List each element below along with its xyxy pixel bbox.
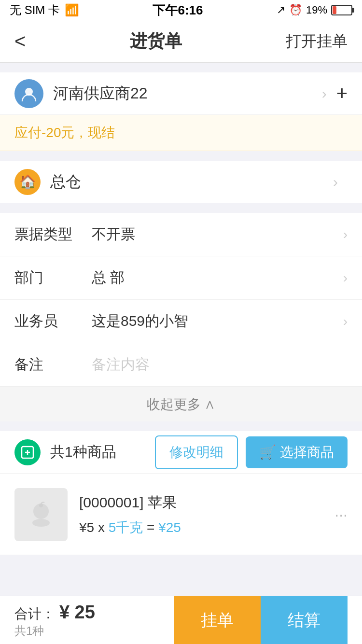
dept-row[interactable]: 部门 总 部 › (0, 256, 362, 300)
total-amount: ¥ 25 (59, 602, 95, 622)
dept-label: 部门 (14, 268, 82, 288)
collapse-label: 收起更多 ∧ (147, 395, 216, 414)
status-left: 无 SIM 卡 📶 (10, 2, 79, 18)
remark-input[interactable]: 备注内容 (82, 355, 348, 375)
ticket-type-chevron-icon: › (343, 227, 348, 242)
product-title: 苹果 (148, 494, 177, 510)
footer-total-line: 合计： ¥ 25 (14, 602, 174, 623)
footer: 合计： ¥ 25 共1种 挂单 结算 (0, 596, 362, 644)
footer-total-info: 合计： ¥ 25 共1种 (14, 602, 174, 639)
salesman-value: 这是859的小智 (82, 311, 343, 331)
open-hold-button[interactable]: 打开挂单 (286, 31, 348, 52)
warehouse-section: 🏠 总仓 › (0, 161, 362, 203)
product-price: ¥5 x 5千克 = ¥25 (79, 518, 334, 537)
divider-1 (0, 151, 362, 161)
checkout-button[interactable]: 结算 (261, 596, 348, 644)
product-name: [0000001] 苹果 (79, 493, 334, 513)
nav-bar: < 进货单 打开挂单 (0, 20, 362, 63)
product-header-icon (14, 439, 41, 465)
quantity: 5千克 (109, 520, 143, 535)
product-section: 共1种商品 修改明细 🛒 选择商品 [0000001] 苹果 ¥5 x 5千克 … (0, 431, 362, 555)
remark-label: 备注 (14, 355, 82, 375)
edit-detail-button[interactable]: 修改明细 (155, 435, 238, 469)
supplier-notice: 应付-20元，现结 (0, 115, 362, 151)
salesman-label: 业务员 (14, 311, 82, 331)
warehouse-row[interactable]: 🏠 总仓 › (0, 161, 362, 203)
equals-sign: = (143, 520, 158, 535)
supplier-section: 河南供应商22 › + 应付-20元，现结 (0, 72, 362, 151)
dept-value: 总 部 (82, 268, 343, 288)
remark-row[interactable]: 备注 备注内容 (0, 343, 362, 387)
battery-icon (331, 5, 352, 15)
supplier-avatar (14, 79, 43, 108)
status-right: ↗ ⏰ 19% (277, 4, 352, 16)
total-sub: 共1种 (14, 623, 174, 639)
svg-point-4 (39, 504, 43, 507)
back-button[interactable]: < (14, 30, 26, 52)
status-bar: 无 SIM 卡 📶 下午6:16 ↗ ⏰ 19% (0, 0, 362, 20)
page-title: 进货单 (130, 29, 182, 53)
product-info: [0000001] 苹果 ¥5 x 5千克 = ¥25 (79, 493, 334, 537)
svg-point-3 (32, 519, 50, 527)
product-code: [0000001] (79, 494, 148, 510)
select-product-label: 选择商品 (280, 443, 334, 462)
total-label: 合计： (14, 606, 55, 621)
supplier-chevron-icon: › (322, 85, 327, 102)
ticket-type-row[interactable]: 票据类型 不开票 › (0, 213, 362, 256)
dept-chevron-icon: › (343, 270, 348, 286)
divider-3 (0, 421, 362, 431)
supplier-name: 河南供应商22 (53, 83, 322, 104)
wifi-icon: 📶 (65, 3, 79, 17)
ticket-type-label: 票据类型 (14, 224, 82, 244)
fields-section: 票据类型 不开票 › 部门 总 部 › 业务员 这是859的小智 › 备注 备注… (0, 213, 362, 387)
ticket-type-value: 不开票 (82, 224, 343, 244)
battery-label: 19% (306, 4, 327, 16)
total-price: ¥25 (158, 520, 181, 535)
location-icon: ↗ (277, 4, 285, 16)
cart-icon: 🛒 (259, 444, 276, 460)
select-product-button[interactable]: 🛒 选择商品 (246, 436, 348, 468)
product-header: 共1种商品 修改明细 🛒 选择商品 (0, 431, 362, 474)
status-time: 下午6:16 (153, 2, 203, 19)
top-divider (0, 63, 362, 72)
add-supplier-button[interactable]: + (336, 83, 348, 104)
hold-button[interactable]: 挂单 (174, 596, 261, 644)
salesman-chevron-icon: › (343, 314, 348, 329)
supplier-row[interactable]: 河南供应商22 › + (0, 72, 362, 115)
divider-2 (0, 203, 362, 213)
carrier-label: 无 SIM 卡 (10, 2, 60, 18)
product-thumbnail (14, 488, 68, 541)
collapse-button[interactable]: 收起更多 ∧ (0, 387, 362, 421)
product-item: [0000001] 苹果 ¥5 x 5千克 = ¥25 ··· (0, 475, 362, 555)
warehouse-chevron-icon: › (333, 174, 338, 190)
product-count-label: 共1种商品 (50, 442, 155, 462)
warehouse-name: 总仓 (50, 171, 333, 193)
salesman-row[interactable]: 业务员 这是859的小智 › (0, 300, 362, 343)
product-more-button[interactable]: ··· (334, 506, 348, 524)
warehouse-icon: 🏠 (14, 169, 41, 195)
alarm-icon: ⏰ (289, 4, 302, 16)
unit-price: ¥5 x (79, 520, 109, 535)
